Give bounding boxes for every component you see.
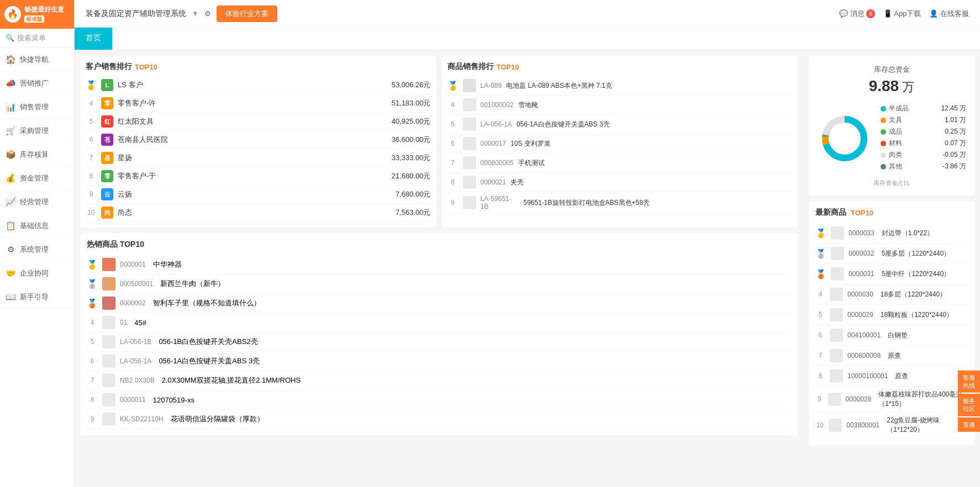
customer-badge: 云 [101,188,113,200]
product-code: 0000032 [849,250,874,257]
sidebar-item-purchase[interactable]: 🛒 采购管理 [0,119,74,143]
legend-item: 材料 0.07 万 [881,139,966,148]
sidebar: 🔥 畅捷通好生意 标准版 🔍 搜索菜单 🏠 快捷导航 📣 营销推广 📊 销售管理… [0,0,75,487]
svg-rect-0 [103,259,114,270]
product-name: 白钢垫 [888,331,908,340]
sidebar-item-guide[interactable]: 📖 新手引导 [0,285,74,309]
list-item: 🥈 000500001 新西兰牛肉（新牛） [87,274,791,294]
product-name: 夹壳 [510,178,792,187]
product-name: 中华神器 [153,260,182,269]
product-thumb [830,349,843,362]
legend-dot [881,164,886,170]
legend-dot [881,106,886,112]
product-code: 0000031 [849,270,874,278]
legend-dot [881,141,886,146]
float-service-community[interactable]: 服务社区 [958,394,980,416]
legend-value: -3.86 万 [942,162,966,171]
sidebar-item-sales[interactable]: 📊 销售管理 [0,96,74,119]
medal-icon: 🥉 [87,298,98,309]
list-item: 7 NB2.0X30B 2.0X30MM双搓花轴,搓花直径2.1MM/ROHS [87,371,791,390]
customer-badge: 星 [101,152,113,164]
legend-dot [881,118,886,123]
table-row: 9 云 云扬 7,680.00元 [86,186,431,204]
table-row: 10 尚 尚态 7,563.00元 [86,204,431,222]
sidebar-item-cooperation[interactable]: 🤝 企业协同 [0,262,74,285]
sidebar-item-label: 营销推广 [20,78,49,88]
online-service-action[interactable]: 👤 在线客服 [929,9,969,19]
product-thumb [830,369,843,383]
product-code: 000500001 [120,280,153,288]
sidebar-item-label: 资金管理 [20,173,49,183]
product-name: 59651-1B旋转投影灯电池盒ABS黑色+58壳 [524,198,793,208]
rank-num: 6 [86,136,97,144]
product-code: 004100001 [847,331,881,339]
medal-icon: 🥇 [447,81,459,91]
sidebar-item-inventory[interactable]: 📦 库存核算 [0,143,74,167]
hot-products-panel: 热销商品 TOP10 🥇 0000001 中华神器 🥈 000500001 新西… [80,233,798,436]
app-download-action[interactable]: 📱 App下载 [883,9,921,19]
chevron-down-icon[interactable]: ▼ [192,9,199,18]
gear-icon[interactable]: ⚙ [204,9,211,18]
list-item: 6 004100001 白钢垫 [815,325,968,346]
messages-action[interactable]: 💬 消息 6 [839,9,875,19]
product-name: 5厘多层（1220*2440） [882,249,951,258]
rank-num: 4 [87,319,98,326]
list-item: 4 01 45# [87,313,791,332]
product-thumb [102,297,115,310]
hot-products-title: 热销商品 TOP10 [87,240,144,250]
rank-num: 6 [447,140,459,147]
product-name: 雪地靴 [518,100,792,110]
sidebar-item-finance[interactable]: 💰 资金管理 [0,167,74,190]
customer-amount: 51,183.00元 [392,98,431,108]
list-item: 🥇 0000033 封边带（1.0*22） [815,223,968,244]
product-name: 45# [134,319,146,327]
medal-icon: 🥇 [815,228,826,239]
product-name: 056-1B白色按键开关壳ABS2壳 [159,337,257,347]
inventory-title: 库存总资金 [817,65,966,75]
rank-num: 8 [87,396,98,404]
rank-num: 8 [86,172,97,180]
legend-dot [881,152,886,158]
operations-icon: 📈 [6,197,15,207]
sidebar-item-system[interactable]: ⚙ 系统管理 [0,238,74,262]
table-row: 4 001000002 雪地靴 [447,96,793,115]
sidebar-item-base-info[interactable]: 📋 基础信息 [0,214,74,238]
float-service-live[interactable]: 直播 [958,417,980,432]
customer-amount: 33,333.00元 [392,153,431,163]
sidebar-item-operations[interactable]: 📈 经营管理 [0,190,74,214]
trial-button[interactable]: 体验行业方案 [217,6,277,22]
product-thumb [102,258,115,271]
product-name: 10S 变利罗浆 [510,139,792,149]
sales-icon: 📊 [6,102,15,112]
product-thumb [463,79,476,92]
rank-num: 9 [447,199,459,207]
legend-item: 文具 1.01 万 [881,115,966,125]
rank-num: 5 [86,118,97,125]
product-code: 000800008 [847,352,881,359]
products-ranking-panel: 商品销售排行 TOP10 🥇 LA-089 电池盖 LA-089 ABS本色+黑… [442,56,798,227]
product-thumb [830,329,843,342]
cooperation-icon: 🤝 [6,268,15,278]
tab-home[interactable]: 首页 [75,28,112,50]
product-name: 花语萌信温分隔罐袋（厚款） [171,414,264,424]
rank-num: 7 [815,352,825,359]
float-service-hotline[interactable]: 客服热线 [958,370,980,393]
medal-icon: 🥇 [87,260,98,270]
rank-num: 7 [86,154,97,162]
base-info-icon: 📋 [6,221,15,231]
table-row: 5 LA-056-1A 056-1A白色按键开关盖ABS 3壳 [447,115,793,134]
rank-num: 6 [87,357,98,365]
customer-badge: 尚 [101,207,113,219]
sidebar-item-marketing[interactable]: 📣 营销推广 [0,72,74,96]
product-name: 新西兰牛肉（新牛） [160,279,225,289]
customer-badge: 零 [101,170,113,182]
search-menu[interactable]: 🔍 搜索菜单 [0,29,74,48]
customer-name: 零售客户-于 [118,171,387,181]
products-ranking-title-text: 商品销售排行 [447,62,494,72]
sidebar-item-home[interactable]: 🏠 快捷导航 [0,48,74,72]
product-name: 智利车子里（规格不知道填什么） [153,298,261,308]
product-code: LA-056-1B [120,338,151,346]
medal-icon: 🥇 [86,80,97,91]
customer-ranking-top10: TOP10 [135,63,157,71]
legend-value: -0.05 万 [942,150,966,160]
